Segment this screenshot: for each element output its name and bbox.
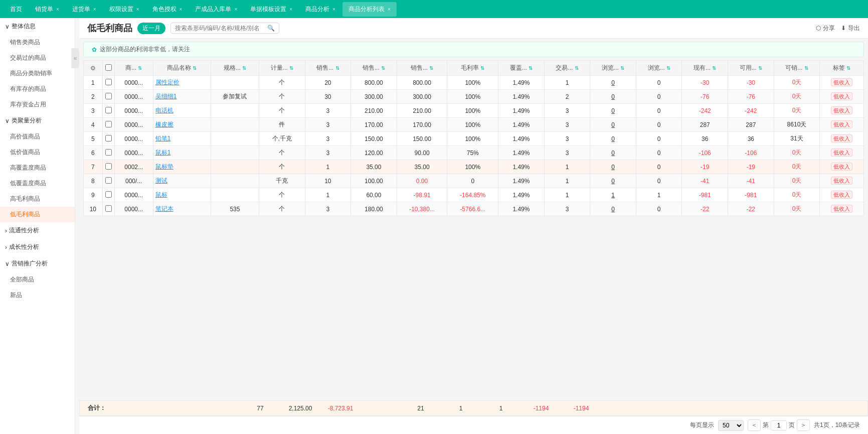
cell-browse1[interactable]: 0: [590, 146, 636, 160]
cell-name[interactable]: 笔记本: [153, 202, 211, 216]
cell-browse1[interactable]: 0: [590, 202, 636, 216]
th-saleable-days[interactable]: 可销... ⇅: [774, 61, 820, 76]
cell-checkbox[interactable]: [102, 132, 114, 146]
sidebar-item-inventory-capital[interactable]: 库存资金占用: [0, 97, 75, 112]
per-page-select[interactable]: 50 100 200: [718, 420, 744, 431]
sidebar-group-cluster[interactable]: ∨ 类聚量分析: [0, 112, 75, 129]
sidebar-item-category-rate[interactable]: 商品分类助销率: [0, 66, 75, 81]
sidebar-item-high-coverage[interactable]: 高覆盖度商品: [0, 160, 75, 176]
th-settings[interactable]: ⚙: [84, 61, 103, 76]
cell-browse1[interactable]: 0: [590, 160, 636, 174]
period-button[interactable]: 近一月: [137, 23, 165, 34]
cell-checkbox[interactable]: [102, 76, 114, 90]
select-all-checkbox[interactable]: [105, 64, 112, 71]
nav-purchase-order[interactable]: 进货单 ×: [66, 2, 102, 17]
cell-browse1[interactable]: 0: [590, 118, 636, 132]
cell-name[interactable]: 属性定价: [153, 76, 211, 90]
nav-product-analysis-list[interactable]: 商品分析列表 ×: [342, 2, 397, 17]
next-page-button[interactable]: ＞: [797, 419, 810, 431]
nav-sales-order[interactable]: 销货单 ×: [29, 2, 65, 17]
cell-checkbox[interactable]: [102, 104, 114, 118]
th-sale-amount[interactable]: 销售... ⇅: [397, 61, 447, 76]
page-title: 低毛利商品: [87, 22, 132, 34]
nav-product-inbound[interactable]: 产成品入库单 ×: [189, 2, 243, 17]
cell-name[interactable]: 鼠标: [153, 188, 211, 202]
sidebar-item-low-coverage[interactable]: 低覆盖度商品: [0, 176, 75, 191]
cell-name[interactable]: 鼠标垫: [153, 160, 211, 174]
sidebar-group-overall[interactable]: ∨ 整体信息: [0, 18, 75, 35]
sidebar-group-growth[interactable]: › 成长性分析: [0, 239, 75, 255]
th-code[interactable]: 商... ⇅: [114, 61, 153, 76]
th-name[interactable]: 商品名称 ⇅: [153, 61, 211, 76]
cell-no: 2: [84, 90, 103, 104]
sidebar-item-sales-products[interactable]: 销售类商品: [0, 35, 75, 50]
close-icon[interactable]: ×: [136, 7, 139, 12]
nav-product-analysis[interactable]: 商品分析 ×: [299, 2, 341, 17]
cell-browse1[interactable]: 0: [590, 90, 636, 104]
cell-name[interactable]: 铅笔1: [153, 132, 211, 146]
nav-permissions[interactable]: 权限设置 ×: [103, 2, 145, 17]
cell-name[interactable]: 测试: [153, 174, 211, 188]
th-unit[interactable]: 计量... ⇅: [259, 61, 305, 76]
cell-checkbox[interactable]: [102, 188, 114, 202]
cell-browse1[interactable]: 0: [590, 104, 636, 118]
nav-template-settings[interactable]: 单据模板设置 ×: [244, 2, 298, 17]
sidebar-item-all-products[interactable]: 全部商品: [0, 272, 75, 287]
th-browse2[interactable]: 浏览... ⇅: [636, 61, 682, 76]
th-trans[interactable]: 交易... ⇅: [544, 61, 590, 76]
cell-name[interactable]: 橡皮擦: [153, 118, 211, 132]
cell-checkbox[interactable]: [102, 160, 114, 174]
cell-checkbox[interactable]: [102, 146, 114, 160]
share-button[interactable]: ⬡ 分享: [816, 24, 835, 33]
close-icon[interactable]: ×: [289, 7, 292, 12]
th-tag[interactable]: 标签 ⇅: [820, 61, 864, 76]
th-sale-qty[interactable]: 销售... ⇅: [305, 61, 351, 76]
sidebar-item-low-margin[interactable]: 低毛利商品: [0, 207, 75, 222]
sidebar-item-high-value[interactable]: 高价值商品: [0, 129, 75, 144]
th-gross-margin[interactable]: 毛利率 ⇅: [447, 61, 498, 76]
close-icon[interactable]: ×: [388, 7, 391, 12]
cell-name[interactable]: 鼠标1: [153, 146, 211, 160]
th-coverage[interactable]: 覆盖... ⇅: [498, 61, 545, 76]
close-icon[interactable]: ×: [56, 7, 59, 12]
sidebar-item-stocked-products[interactable]: 有库存的商品: [0, 81, 75, 97]
th-available[interactable]: 可用... ⇅: [728, 61, 774, 76]
sidebar-item-low-value[interactable]: 低价值商品: [0, 144, 75, 160]
search-icon[interactable]: 🔍: [267, 25, 275, 32]
sidebar-collapse-button[interactable]: «: [71, 48, 79, 68]
cell-checkbox[interactable]: [102, 174, 114, 188]
th-current-stock[interactable]: 现有... ⇅: [682, 61, 728, 76]
cell-browse1[interactable]: 0: [590, 76, 636, 90]
cell-coverage: 1.49%: [498, 202, 545, 216]
cell-name[interactable]: 吴细细1: [153, 90, 211, 104]
close-icon[interactable]: ×: [93, 7, 96, 12]
close-icon[interactable]: ×: [180, 7, 183, 12]
nav-role-auth[interactable]: 角色授权 ×: [146, 2, 189, 17]
th-spec[interactable]: 规格... ⇅: [211, 61, 259, 76]
cell-available: 36: [728, 132, 774, 146]
cell-checkbox[interactable]: [102, 118, 114, 132]
sidebar-item-traded-products[interactable]: 交易过的商品: [0, 50, 75, 66]
export-button[interactable]: ⬇ 导出: [841, 24, 860, 33]
cell-tag: 低收入: [820, 76, 864, 90]
page-input[interactable]: [771, 420, 787, 430]
cell-browse1[interactable]: 0: [590, 132, 636, 146]
search-input[interactable]: [175, 25, 265, 32]
cell-checkbox[interactable]: [102, 90, 114, 104]
close-icon[interactable]: ×: [332, 7, 335, 12]
th-sale-price[interactable]: 销售... ⇅: [351, 61, 397, 76]
close-icon[interactable]: ×: [234, 7, 237, 12]
cell-browse1[interactable]: 1: [590, 188, 636, 202]
sidebar-item-high-margin[interactable]: 高毛利商品: [0, 191, 75, 207]
cell-name[interactable]: 电话机: [153, 104, 211, 118]
sidebar-item-new-products[interactable]: 新品: [0, 287, 75, 303]
th-checkbox[interactable]: [102, 61, 114, 76]
cell-browse1[interactable]: 0: [590, 174, 636, 188]
prev-page-button[interactable]: ＜: [748, 419, 761, 431]
sidebar-group-marketing[interactable]: ∨ 营销推广分析: [0, 255, 75, 272]
nav-home[interactable]: 首页: [4, 2, 28, 17]
cell-code: 0000...: [114, 132, 153, 146]
sidebar-group-liquidity[interactable]: › 流通性分析: [0, 222, 75, 239]
cell-checkbox[interactable]: [102, 202, 114, 216]
th-browse1[interactable]: 浏览... ⇅: [590, 61, 636, 76]
